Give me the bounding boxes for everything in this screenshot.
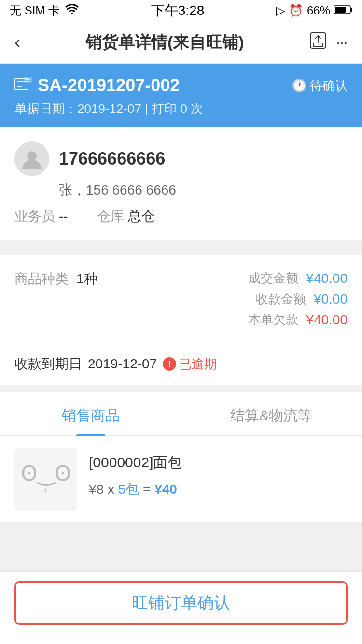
more-icon[interactable]: ··· — [336, 35, 348, 50]
nav-actions: ··· — [309, 32, 348, 53]
carrier-text: 无 SIM 卡 — [10, 3, 60, 18]
order-status-text: 待确认 — [310, 77, 348, 94]
location-icon: ▷ — [276, 4, 285, 17]
warehouse-item: 仓库 总仓 — [97, 207, 155, 225]
svg-point-6 — [27, 151, 37, 161]
order-header: SA-20191207-002 🕐 待确认 单据日期：2019-12-07 | … — [0, 64, 362, 127]
due-date-label: 收款到期日 — [14, 355, 82, 373]
product-plus-icon: + — [43, 485, 49, 496]
alarm-icon: ⏰ — [289, 4, 303, 17]
overdue-badge: ! 已逾期 — [163, 356, 217, 373]
status-right: ▷ ⏰ 66% — [276, 4, 352, 17]
product-equals: = — [143, 482, 151, 497]
divider-1 — [0, 248, 362, 255]
summary-right: 成交金额 ¥40.00 收款金额 ¥0.00 本单欠款 ¥40.00 — [248, 270, 348, 328]
order-header-top: SA-20191207-002 🕐 待确认 — [14, 75, 348, 96]
product-info: [0000002]面包 ¥8 x 5包 = ¥40 — [89, 448, 348, 499]
tab-settlement-label: 结算&物流等 — [230, 407, 312, 423]
summary-section: 商品种类 1种 成交金额 ¥40.00 收款金额 ¥0.00 本单欠款 ¥40.… — [0, 255, 362, 343]
share-icon[interactable] — [309, 32, 327, 53]
order-id-text: SA-20191207-002 — [38, 75, 180, 96]
customer-avatar — [14, 141, 49, 176]
page-title: 销货单详情(来自旺铺) — [85, 31, 244, 54]
tab-sales-products[interactable]: 销售商品 — [0, 392, 181, 435]
customer-name: 张，156 6666 6666 — [14, 181, 348, 199]
status-time: 下午3:28 — [151, 1, 205, 20]
wifi-icon — [65, 4, 79, 17]
received-amount-row: 收款金额 ¥0.00 — [256, 291, 348, 308]
back-button[interactable]: ‹ — [14, 32, 20, 53]
product-image: ʘ‿ʘ + — [14, 448, 77, 511]
tabs-section: 销售商品 结算&物流等 ʘ‿ʘ + [0000002]面包 ¥8 x 5包 = … — [0, 392, 362, 522]
product-price: ¥8 x 5包 = ¥40 — [89, 480, 348, 499]
received-amount-value: ¥0.00 — [314, 292, 348, 307]
product-unit-price: ¥8 x — [89, 482, 114, 497]
deal-amount-label: 成交金额 — [248, 270, 298, 287]
product-image-inner: ʘ‿ʘ + — [21, 463, 71, 496]
svg-rect-1 — [351, 8, 352, 12]
received-amount-label: 收款金额 — [256, 291, 306, 308]
summary-left: 商品种类 1种 — [14, 270, 97, 290]
status-left: 无 SIM 卡 — [10, 3, 79, 18]
order-status: 🕐 待确认 — [292, 77, 348, 94]
due-date-value: 2019-12-07 — [88, 356, 157, 372]
tab-settlement[interactable]: 结算&物流等 — [181, 392, 362, 435]
product-qty: 5包 — [118, 482, 139, 497]
deal-amount-value: ¥40.00 — [306, 271, 348, 286]
product-type-value: 1种 — [76, 270, 97, 288]
order-date: 单据日期：2019-12-07 | 打印 0 次 — [14, 100, 348, 117]
owed-amount-row: 本单欠款 ¥40.00 — [248, 311, 348, 328]
customer-meta: 业务员 -- 仓库 总仓 — [14, 207, 348, 225]
nav-bar: ‹ 销货单详情(来自旺铺) ··· — [0, 21, 362, 64]
owed-amount-label: 本单欠款 — [248, 311, 298, 328]
bottom-section: 旺铺订单确认 — [0, 571, 362, 644]
deal-amount-row: 成交金额 ¥40.00 — [248, 270, 348, 287]
warehouse-label: 仓库 — [97, 207, 124, 225]
tabs-bar: 销售商品 结算&物流等 — [0, 392, 362, 436]
product-type-item: 商品种类 1种 — [14, 270, 97, 288]
order-icon — [14, 75, 32, 96]
salesperson-label: 业务员 — [14, 207, 55, 225]
customer-section: 17666666666 张，156 6666 6666 业务员 -- 仓库 总仓 — [0, 127, 362, 240]
order-id: SA-20191207-002 — [14, 75, 180, 96]
overdue-text: 已逾期 — [179, 356, 217, 373]
svg-rect-2 — [335, 7, 346, 13]
product-item: ʘ‿ʘ + [0000002]面包 ¥8 x 5包 = ¥40 — [14, 448, 348, 511]
salesperson-item: 业务员 -- — [14, 207, 68, 225]
customer-phone: 17666666666 — [59, 149, 165, 169]
product-type-label: 商品种类 — [14, 270, 69, 288]
clock-icon: 🕐 — [292, 78, 307, 93]
product-name: [0000002]面包 — [89, 453, 348, 473]
salesperson-value: -- — [59, 209, 68, 224]
due-section: 收款到期日 2019-12-07 ! 已逾期 — [0, 343, 362, 385]
confirm-button-label: 旺铺订单确认 — [132, 592, 230, 614]
battery-icon — [334, 4, 352, 17]
status-bar: 无 SIM 卡 下午3:28 ▷ ⏰ 66% — [0, 0, 362, 21]
warehouse-value: 总仓 — [128, 207, 155, 225]
product-section: ʘ‿ʘ + [0000002]面包 ¥8 x 5包 = ¥40 — [0, 436, 362, 522]
confirm-order-button[interactable]: 旺铺订单确认 — [14, 581, 348, 625]
battery-text: 66% — [307, 4, 330, 17]
owed-amount-value: ¥40.00 — [306, 312, 348, 328]
tab-sales-label: 销售商品 — [62, 407, 120, 423]
customer-row: 17666666666 — [14, 141, 348, 176]
overdue-icon: ! — [163, 357, 176, 371]
product-owl-icon: ʘ‿ʘ — [21, 463, 71, 484]
product-total: ¥40 — [154, 482, 177, 497]
